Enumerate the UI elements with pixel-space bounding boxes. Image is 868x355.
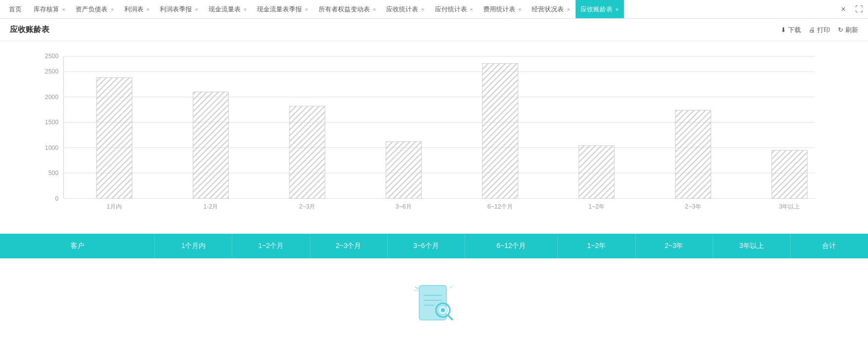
svg-text:6~12个月: 6~12个月 <box>487 203 513 210</box>
print-icon: 🖨 <box>809 26 815 34</box>
tab-profit-label: 利润表 <box>124 5 144 14</box>
tab-balance-sheet[interactable]: 资产负债表 × <box>71 0 119 19</box>
bar-3year-plus <box>772 150 807 199</box>
tab-profit-quarterly-close[interactable]: × <box>195 6 198 12</box>
svg-text:2~3月: 2~3月 <box>299 203 315 210</box>
tab-profit-close[interactable]: × <box>146 6 149 12</box>
bar-3-6month <box>386 142 422 198</box>
tab-cashflow-quarterly-close[interactable]: × <box>305 6 308 12</box>
tab-ar-aging[interactable]: 应收账龄表 × <box>576 0 624 19</box>
tab-expense-stats-label: 费用统计表 <box>483 5 515 14</box>
tab-ap-stats-close[interactable]: × <box>470 6 473 12</box>
svg-line-33 <box>415 287 418 289</box>
th-3-6month: 3~6个月 <box>388 234 465 258</box>
svg-text:0: 0 <box>55 195 59 202</box>
tab-expense-stats[interactable]: 费用统计表 × <box>478 0 527 19</box>
svg-text:500: 500 <box>48 170 59 177</box>
page-title: 应收账龄表 <box>10 25 49 35</box>
tab-equity-close[interactable]: × <box>373 6 376 12</box>
refresh-label: 刷新 <box>845 26 858 35</box>
tab-equity-label: 所有者权益变动表 <box>319 5 370 14</box>
tab-ar-stats-close[interactable]: × <box>421 6 424 12</box>
tab-equity[interactable]: 所有者权益变动表 × <box>314 0 381 19</box>
th-1-2month: 1~2个月 <box>232 234 310 258</box>
tab-home[interactable]: 首页 <box>2 0 29 19</box>
refresh-button[interactable]: ↻ 刷新 <box>838 26 858 35</box>
tab-cashflow-quarterly-label: 现金流量表季报 <box>257 5 302 14</box>
tab-inventory-close[interactable]: × <box>62 6 65 12</box>
tab-profit-quarterly[interactable]: 利润表季报 × <box>155 0 203 19</box>
tab-balance-sheet-close[interactable]: × <box>110 6 113 12</box>
table-header: 客户 1个月内 1~2个月 2~3个月 3~6个月 6~12个月 1~2年 2~… <box>0 234 868 258</box>
tab-profit-quarterly-label: 利润表季报 <box>160 5 192 14</box>
th-2-3month: 2~3个月 <box>310 234 388 258</box>
tab-operations-label: 经营状况表 <box>532 5 564 14</box>
tab-ar-stats[interactable]: 应收统计表 × <box>381 0 430 19</box>
aging-chart: 0 500 1000 1500 2000 2500 2500 <box>20 51 838 224</box>
svg-line-31 <box>448 315 452 320</box>
bar-6-12month <box>482 64 518 199</box>
svg-text:1月内: 1月内 <box>107 203 122 210</box>
tab-cashflow-close[interactable]: × <box>244 6 247 12</box>
tab-bar: 首页 库存核算 × 资产负债表 × 利润表 × 利润表季报 × 现金流量表 × … <box>0 0 868 19</box>
svg-text:1~2年: 1~2年 <box>588 203 605 210</box>
svg-text:2000: 2000 <box>45 94 59 101</box>
tab-inventory-label: 库存核算 <box>34 5 59 14</box>
tab-cashflow-quarterly[interactable]: 现金流量表季报 × <box>252 0 313 19</box>
svg-text:1000: 1000 <box>45 144 59 151</box>
bar-1-2month <box>193 92 228 198</box>
bar-1month <box>97 78 132 199</box>
tab-ap-stats-label: 应付统计表 <box>435 5 467 14</box>
th-1month: 1个月内 <box>155 234 232 258</box>
svg-text:3~6月: 3~6月 <box>396 203 412 210</box>
header-actions: ⬇ 下载 🖨 打印 ↻ 刷新 <box>781 26 858 35</box>
tab-cashflow-label: 现金流量表 <box>209 5 241 14</box>
download-label: 下载 <box>788 26 801 35</box>
empty-state <box>0 258 868 355</box>
svg-point-32 <box>441 308 445 312</box>
th-3year-plus: 3年以上 <box>713 234 791 258</box>
bar-2-3year <box>675 110 711 198</box>
th-6-12month: 6~12个月 <box>465 234 558 258</box>
refresh-icon: ↻ <box>838 26 843 34</box>
tab-ar-aging-close[interactable]: × <box>615 6 618 12</box>
tab-ap-stats[interactable]: 应付统计表 × <box>430 0 478 19</box>
main-content: 0 500 1000 1500 2000 2500 2500 <box>0 41 868 355</box>
print-label: 打印 <box>817 26 830 35</box>
print-button[interactable]: 🖨 打印 <box>809 26 830 35</box>
page-header: 应收账龄表 ⬇ 下载 🖨 打印 ↻ 刷新 <box>0 19 868 41</box>
tab-profit[interactable]: 利润表 × <box>119 0 155 19</box>
download-icon: ⬇ <box>781 26 786 34</box>
svg-text:2500: 2500 <box>45 53 59 60</box>
th-2-3year: 2~3年 <box>636 234 713 258</box>
window-maximize-button[interactable]: ⛶ <box>852 2 866 16</box>
svg-line-35 <box>450 286 453 288</box>
bar-1-2year <box>579 145 615 198</box>
download-button[interactable]: ⬇ 下载 <box>781 26 801 35</box>
th-customer: 客户 <box>0 234 155 258</box>
window-close-button[interactable]: × <box>836 2 850 16</box>
svg-text:2~3年: 2~3年 <box>685 203 701 210</box>
svg-text:3年以上: 3年以上 <box>779 203 800 210</box>
bar-2-3month <box>289 106 325 198</box>
chart-area: 0 500 1000 1500 2000 2500 2500 <box>0 41 868 234</box>
tab-cashflow[interactable]: 现金流量表 × <box>204 0 252 19</box>
svg-text:2500: 2500 <box>45 68 59 75</box>
tab-operations[interactable]: 经营状况表 × <box>527 0 575 19</box>
tab-operations-close[interactable]: × <box>567 6 570 12</box>
th-1-2year: 1~2年 <box>558 234 635 258</box>
empty-illustration <box>409 278 459 327</box>
tab-expense-stats-close[interactable]: × <box>518 6 521 12</box>
svg-text:1-2月: 1-2月 <box>203 203 218 210</box>
th-total: 合计 <box>791 234 868 258</box>
svg-text:1500: 1500 <box>45 119 59 126</box>
tab-bar-actions: × ⛶ <box>836 2 866 16</box>
tab-balance-sheet-label: 资产负债表 <box>75 5 108 14</box>
tab-inventory[interactable]: 库存核算 × <box>29 0 71 19</box>
tab-ar-stats-label: 应收统计表 <box>386 5 418 14</box>
tab-ar-aging-label: 应收账龄表 <box>580 5 613 14</box>
